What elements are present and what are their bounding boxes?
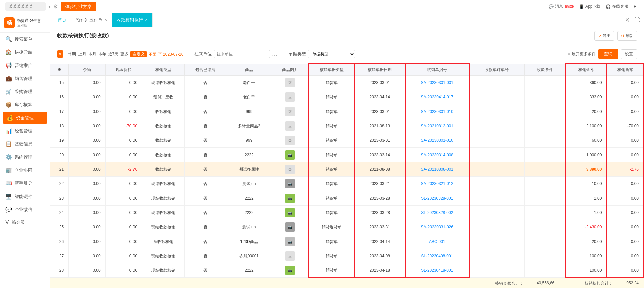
bill-no-link[interactable]: SA-20230301-010	[421, 138, 453, 143]
bill-no-link[interactable]: SA-20230321-012	[421, 181, 453, 186]
table-cell[interactable]: SA-20230321-012	[405, 177, 470, 191]
bill-no-link[interactable]: SL-20230328-001	[421, 196, 453, 201]
settings-button[interactable]: 设置	[621, 49, 637, 59]
company-name[interactable]: 某某某某某某	[5, 2, 46, 11]
bill-no-link[interactable]: ABC-001	[429, 239, 445, 244]
sidebar-item-finance[interactable]: 💰 资金管理	[3, 112, 47, 124]
close-tab-btn[interactable]: ✕	[624, 15, 631, 25]
sidebar-item-hardware[interactable]: 🖥️ 智能硬件	[0, 190, 50, 203]
bill-no-link[interactable]: SL-20230418-001	[421, 268, 453, 273]
export-button[interactable]: ↗ 导出	[594, 31, 614, 41]
last-month-link[interactable]: 上月	[78, 51, 86, 57]
sidebar-item-member[interactable]: V 畅会员	[0, 216, 50, 229]
table-cell: 收款核销	[142, 162, 185, 177]
table-cell	[524, 104, 566, 119]
table-cell[interactable]: SA-20230301-001	[405, 76, 470, 90]
close-tab-receipt-verify[interactable]: ✕	[145, 18, 148, 22]
table-cell: 🖼	[272, 249, 309, 263]
counterpart-filter: 往来单位 ...	[194, 50, 278, 58]
table-cell: 0.00	[105, 263, 142, 278]
tab-prepaid[interactable]: 预付冲应付单✕	[71, 13, 112, 27]
table-cell: 销货单	[309, 206, 355, 220]
sidebar-label-system: 系统管理	[15, 154, 32, 160]
app-download[interactable]: 📱 App下载	[579, 4, 600, 9]
table-cell: 否	[185, 177, 226, 191]
table-cell: 100.00	[566, 263, 607, 278]
table-row: 230.000.00现结收款核销否2222📷销货单2023-03-28SL-20…	[50, 191, 644, 206]
query-button[interactable]: 查询	[598, 49, 618, 59]
dropdown-icon[interactable]: ▾	[48, 4, 51, 9]
bill-no-link[interactable]: SA-20230414-017	[421, 95, 453, 99]
refresh-button[interactable]: ↺ 刷新	[617, 31, 637, 41]
this-month-link[interactable]: 本月	[88, 51, 96, 57]
th-cash-discount: 现金折扣	[105, 64, 142, 76]
table-cell[interactable]: SA-20230301-010	[405, 133, 470, 148]
maximize-btn[interactable]: ⛶	[633, 15, 641, 25]
table-cell	[469, 263, 524, 278]
bill-no-link[interactable]: SA-20230331-026	[421, 225, 453, 229]
cell-rownum: 28	[50, 263, 69, 278]
table-cell[interactable]: SL-20230418-001	[405, 263, 470, 278]
this-year-link[interactable]: 本年	[98, 51, 106, 57]
close-tab-prepaid[interactable]: ✕	[104, 18, 107, 22]
tab-home[interactable]: 首页	[53, 13, 71, 27]
table-row: 180.00-70.00收款核销否多计量商品2🖼销货单2021-08-13SA-…	[50, 119, 644, 133]
table-cell: 收款核销	[142, 119, 185, 133]
table-cell: 收款核销	[142, 104, 185, 119]
sidebar-item-marketing[interactable]: 📢 营销推广	[0, 59, 50, 72]
gear-icon[interactable]: ⚙	[53, 3, 58, 10]
bill-no-link[interactable]: SL-20230328-002	[421, 210, 453, 215]
collapse-btn[interactable]: »	[57, 50, 63, 58]
cell-rownum: 26	[50, 234, 69, 249]
sidebar-item-purchase[interactable]: 🛒 采购管理	[0, 85, 50, 98]
sidebar-item-system[interactable]: ⚙️ 系统管理	[0, 151, 50, 164]
goods-image: 🖼	[285, 107, 295, 116]
table-cell: 0.00	[607, 206, 644, 220]
online-service[interactable]: 🎧 在线客服	[606, 4, 628, 9]
bill-no-link[interactable]: SA-20230314-008	[421, 153, 453, 157]
user-label[interactable]: Rit	[634, 4, 639, 9]
sidebar-item-inventory[interactable]: 📦 库存核算	[0, 98, 50, 111]
expand-conditions-btn[interactable]: ∨ 展开更多条件	[567, 51, 596, 57]
bill-no-link[interactable]: SA-20210813-001	[421, 124, 453, 128]
notification-area[interactable]: 💬 消息 99+	[549, 4, 574, 9]
sidebar-item-quick-nav[interactable]: 🏠 快捷导航	[0, 46, 50, 59]
table-cell: 📷	[272, 234, 309, 249]
table-cell[interactable]: SA-20230314-008	[405, 148, 470, 162]
bill-no-link[interactable]: SA-20210808-001	[421, 167, 453, 172]
sidebar-item-search[interactable]: 🔍 搜索菜单	[0, 33, 50, 46]
table-cell: 多计量商品2	[226, 119, 272, 133]
table-cell[interactable]: SA-20230301-010	[405, 104, 470, 119]
sidebar-item-basic[interactable]: 📋 基础信息	[0, 137, 50, 151]
table-cell[interactable]: SA-20210808-001	[405, 162, 470, 177]
table-cell[interactable]: SA-20230414-017	[405, 90, 470, 104]
table-cell[interactable]: SL-20230328-001	[405, 191, 470, 206]
sidebar-item-wechat[interactable]: 💬 企业微信	[0, 203, 50, 216]
th-rownum[interactable]: ⚙	[50, 64, 69, 76]
table-cell[interactable]: SL-20230408-001	[405, 249, 470, 263]
more-date-link[interactable]: 更多	[120, 51, 128, 57]
table-cell[interactable]: ABC-001	[405, 234, 470, 249]
custom-date-link[interactable]: 自定义	[130, 51, 147, 57]
trial-button[interactable]: 体验行业方案	[61, 2, 96, 11]
table-cell[interactable]: SL-20230328-002	[405, 206, 470, 220]
table-cell[interactable]: SA-20210813-001	[405, 119, 470, 133]
goods-image: 🖼	[285, 251, 295, 261]
table-cell: 0.00	[69, 90, 105, 104]
bill-no-link[interactable]: SL-20230408-001	[421, 254, 453, 258]
sidebar-item-enterprise[interactable]: 🏢 企业协同	[0, 164, 50, 177]
table-row: 270.000.00现结收款核销否衣服00001🖼销货单2023-04-08SL…	[50, 249, 644, 263]
table-cell: 0.00	[105, 90, 142, 104]
table-cell[interactable]: SA-20230331-026	[405, 220, 470, 234]
counterpart-input[interactable]	[214, 50, 270, 58]
sidebar-item-sales[interactable]: 💼 销售管理	[0, 72, 50, 85]
bill-no-link[interactable]: SA-20230301-010	[421, 109, 453, 114]
table-cell: 0.00	[69, 263, 105, 278]
table-cell	[524, 119, 566, 133]
sidebar-item-operations[interactable]: 📊 经营管理	[0, 124, 50, 137]
sidebar-item-guide[interactable]: 📖 新手引导	[0, 177, 50, 190]
tab-receipt-verify[interactable]: 收款核销执行✕	[112, 13, 153, 27]
voucher-type-select[interactable]: 单据类型	[308, 50, 355, 58]
bill-no-link[interactable]: SA-20230301-001	[421, 80, 453, 85]
last7days-link[interactable]: 近7天	[108, 51, 119, 57]
